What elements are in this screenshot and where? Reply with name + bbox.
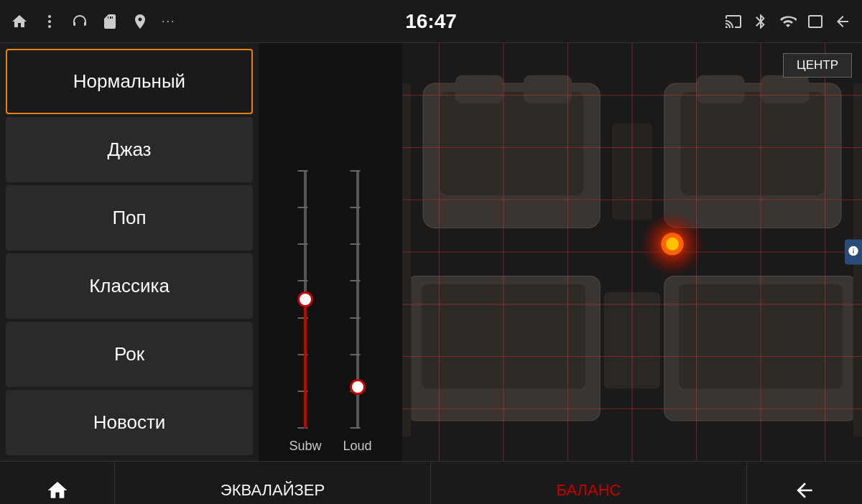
tick: [350, 317, 360, 319]
tick: [350, 280, 360, 281]
car-svg: [402, 43, 862, 461]
loud-label: Loud: [343, 439, 371, 454]
tick: [297, 170, 307, 172]
headphone-icon[interactable]: [71, 13, 88, 30]
subw-thumb[interactable]: [297, 291, 313, 307]
sliders-section: Subw: [259, 43, 402, 461]
subw-slider[interactable]: [291, 170, 320, 429]
subw-fill: [304, 291, 307, 429]
sliders-row: Subw: [289, 167, 371, 454]
svg-rect-7: [524, 75, 572, 103]
svg-rect-18: [402, 83, 411, 437]
subw-slider-col: Subw: [289, 170, 321, 454]
info-icon: [848, 246, 859, 257]
center-button[interactable]: ЦЕНТР: [783, 53, 852, 78]
status-bar: ··· 16:47: [0, 0, 862, 43]
menu-dots-icon[interactable]: [41, 13, 58, 30]
bottom-home-button[interactable]: [0, 462, 115, 504]
preset-pop[interactable]: Поп: [6, 185, 253, 251]
loud-thumb[interactable]: [350, 379, 366, 395]
preset-news[interactable]: Новости: [6, 390, 253, 455]
home-icon[interactable]: [11, 13, 28, 30]
loud-slider-col: Loud: [343, 170, 371, 454]
tick: [350, 207, 360, 208]
tick: [350, 170, 360, 172]
status-left-icons: ···: [11, 13, 175, 30]
svg-point-36: [666, 238, 679, 251]
preset-classic[interactable]: Классика: [6, 253, 253, 319]
svg-point-0: [48, 15, 51, 18]
more-icon[interactable]: ···: [162, 15, 175, 28]
svg-rect-9: [680, 91, 825, 196]
preset-rock[interactable]: Рок: [6, 322, 253, 387]
svg-rect-10: [697, 75, 745, 103]
tick: [297, 243, 307, 245]
svg-rect-6: [455, 75, 504, 103]
tick: [350, 243, 360, 245]
balance-tab[interactable]: БАЛАНС: [431, 462, 747, 504]
main-content: Нормальный Джаз Поп Классика Рок Новости…: [0, 43, 862, 461]
clock-display: 16:47: [405, 10, 457, 33]
car-interior-bg: [402, 43, 862, 461]
bottom-bar: ЭКВАЛАЙЗЕР БАЛАНС: [0, 461, 862, 504]
status-right-icons: [725, 13, 851, 30]
tick: [297, 207, 307, 208]
loud-slider[interactable]: [343, 170, 372, 429]
top-back-icon[interactable]: [834, 13, 851, 30]
preset-jazz[interactable]: Джаз: [6, 117, 253, 182]
svg-point-2: [48, 25, 51, 28]
wifi-icon[interactable]: [779, 13, 797, 30]
right-panel: ЦЕНТР: [259, 43, 862, 461]
tick: [297, 280, 307, 281]
svg-point-1: [48, 20, 51, 23]
eq-area: Subw: [259, 43, 862, 461]
side-info-button[interactable]: [845, 240, 862, 265]
sd-card-icon[interactable]: [101, 13, 119, 30]
cast-icon[interactable]: [725, 13, 742, 30]
subw-label: Subw: [289, 439, 321, 454]
svg-rect-5: [439, 91, 583, 196]
bottom-home-icon: [46, 479, 69, 502]
window-icon[interactable]: [807, 13, 824, 30]
preset-list: Нормальный Джаз Поп Классика Рок Новости: [0, 43, 259, 461]
bottom-back-button[interactable]: [747, 462, 862, 504]
equalizer-tab[interactable]: ЭКВАЛАЙЗЕР: [115, 462, 431, 504]
svg-rect-11: [761, 75, 809, 103]
preset-normal[interactable]: Нормальный: [6, 49, 253, 114]
bluetooth-icon[interactable]: [752, 13, 769, 30]
tick: [350, 427, 360, 429]
car-section[interactable]: [402, 43, 862, 461]
bottom-back-icon: [793, 479, 816, 502]
tick: [350, 354, 360, 355]
location-icon[interactable]: [131, 13, 149, 30]
